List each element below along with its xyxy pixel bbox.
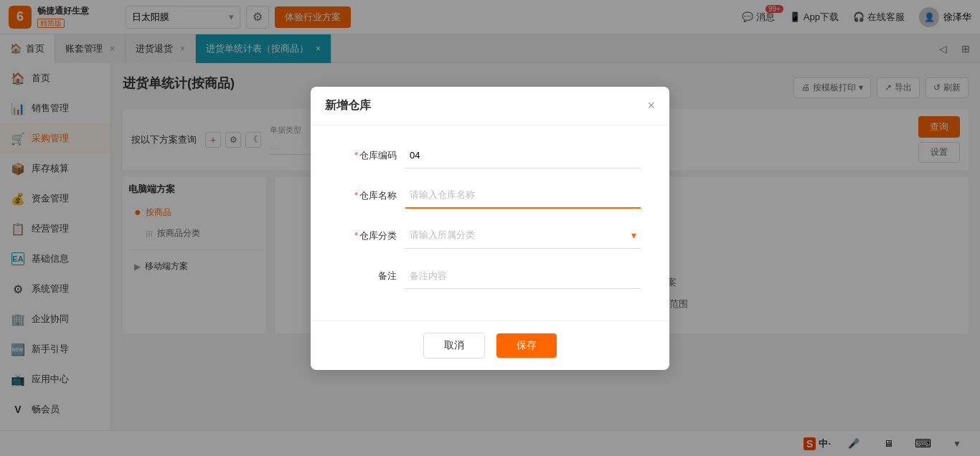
new-warehouse-modal: 新增仓库 × 仓库编码 仓库名称 仓库分类 请输入所属分类 ▾ (311, 87, 669, 370)
name-label: 仓库名称 (339, 189, 397, 202)
save-button[interactable]: 保存 (496, 333, 557, 358)
code-label: 仓库编码 (339, 149, 397, 162)
note-label: 备注 (339, 270, 397, 282)
form-row-code: 仓库编码 (339, 143, 641, 168)
modal-header: 新增仓库 × (311, 87, 669, 125)
form-row-note: 备注 (339, 263, 641, 289)
form-row-category: 仓库分类 请输入所属分类 ▾ (339, 223, 641, 249)
note-input[interactable] (405, 263, 641, 289)
chevron-down-icon: ▾ (631, 229, 636, 241)
category-label: 仓库分类 (339, 229, 397, 242)
form-row-name: 仓库名称 (339, 183, 641, 209)
category-placeholder: 请输入所属分类 (410, 229, 475, 242)
modal-title: 新增仓库 (325, 98, 371, 113)
cancel-button[interactable]: 取消 (423, 333, 485, 358)
modal-close-button[interactable]: × (647, 99, 655, 112)
modal-body: 仓库编码 仓库名称 仓库分类 请输入所属分类 ▾ 备注 (311, 125, 669, 320)
modal-footer: 取消 保存 (311, 320, 669, 370)
name-input[interactable] (405, 183, 641, 209)
code-input[interactable] (405, 143, 641, 168)
category-select[interactable]: 请输入所属分类 ▾ (405, 223, 641, 249)
modal-overlay: 新增仓库 × 仓库编码 仓库名称 仓库分类 请输入所属分类 ▾ (0, 0, 980, 456)
